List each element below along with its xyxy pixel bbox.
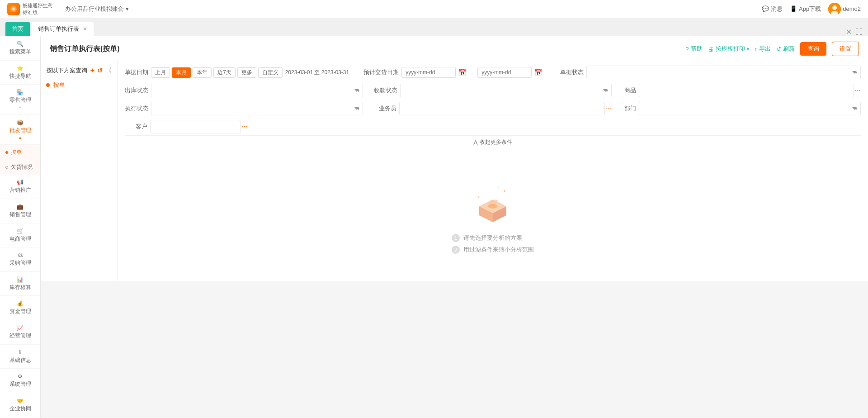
- ecommerce-icon: 🛒: [17, 228, 24, 234]
- retail-icon: 🏪: [17, 89, 24, 95]
- refresh-scheme-button[interactable]: ↺: [97, 67, 103, 74]
- sidebar-item-system[interactable]: ⚙ 系统管理: [0, 369, 40, 393]
- custom-btn[interactable]: 自定义: [258, 67, 283, 78]
- salesperson-dots-icon[interactable]: ···: [606, 104, 612, 113]
- close-tab-icon[interactable]: ✕: [83, 26, 87, 32]
- print-chevron-icon: ▾: [747, 47, 749, 52]
- settings-button[interactable]: 设置: [832, 42, 859, 56]
- empty-hint-1: 1 请先选择要分析的方案: [452, 234, 534, 242]
- filter-row-4: 客户 ···: [125, 120, 861, 133]
- operations-icon: 📈: [17, 325, 24, 331]
- hint-number-1: 1: [452, 234, 460, 242]
- tab-home[interactable]: 首页: [5, 22, 30, 36]
- filter-row-2: 出库状态 ▾ 收款状态 ▾: [125, 84, 861, 97]
- department-wrapper: ▾: [639, 102, 861, 115]
- scheme-item-press-order[interactable]: 按单: [41, 77, 117, 93]
- top-header: 畅捷通好生意 标准版 办公用品行业模拟账套 ▾ 💬 消息 📱 App下载: [0, 0, 868, 18]
- sidebar-item-quick-nav[interactable]: ⭐ 快捷导航: [0, 61, 40, 85]
- order-status-filter: 单据状态 ▾: [557, 66, 861, 79]
- content-area: 销售订单执行表(按单) ? 帮助 🖨 按模板打印 ▾ ↑ 导出 ↺ 刷新: [41, 36, 868, 418]
- predict-date-end-input[interactable]: [477, 67, 532, 78]
- account-selector[interactable]: 办公用品行业模拟账套 ▾: [65, 5, 129, 13]
- filter-row-1: 单据日期 上月 本月 本年 近7天 更多 自定义 2023-03-01 至 20…: [125, 66, 861, 79]
- close-window-icon[interactable]: ✕: [846, 28, 852, 36]
- wholesale-submenu: 按单 欠货情况: [0, 145, 40, 175]
- maximize-window-icon[interactable]: ⛶: [855, 28, 863, 36]
- goods-dots-icon[interactable]: ···: [855, 86, 861, 95]
- sidebar-item-operations[interactable]: 📈 经营管理: [0, 320, 40, 345]
- delivery-status-input[interactable]: [151, 84, 363, 97]
- tab-sales-order[interactable]: 销售订单执行表 ✕: [32, 22, 94, 36]
- sidebar-item-enterprise[interactable]: 🤝 企业协同: [0, 393, 40, 418]
- page-actions: ? 帮助 🖨 按模板打印 ▾ ↑ 导出 ↺ 刷新 查询: [685, 42, 859, 56]
- more-btn[interactable]: 更多: [237, 67, 256, 78]
- department-filter: 部门 ▾: [623, 102, 861, 115]
- order-status-input[interactable]: [586, 66, 861, 79]
- help-button[interactable]: ? 帮助: [685, 45, 702, 53]
- payment-status-input[interactable]: [400, 84, 612, 97]
- exec-status-wrapper: ▾: [151, 102, 363, 115]
- user-profile[interactable]: demo2: [828, 3, 861, 15]
- collapse-scheme-panel-button[interactable]: 《: [105, 66, 112, 75]
- customer-dots-icon[interactable]: ···: [241, 123, 247, 131]
- sidebar-item-sales-mgmt[interactable]: 💼 销售管理: [0, 199, 40, 223]
- customer-input[interactable]: [150, 120, 241, 133]
- avatar: [828, 3, 841, 15]
- this-month-btn[interactable]: 本月: [172, 67, 191, 78]
- star-icon: ⭐: [17, 65, 24, 71]
- app-download-button[interactable]: 📱 App下载: [790, 5, 821, 13]
- page-title: 销售订单执行表(按单): [50, 44, 120, 54]
- export-button[interactable]: ↑ 导出: [755, 45, 771, 53]
- svg-text:✦: ✦: [503, 189, 506, 194]
- predict-date-start-input[interactable]: [401, 67, 456, 78]
- sidebar-subitem-debt[interactable]: 欠货情况: [0, 160, 40, 175]
- sidebar-subitem-press-order[interactable]: 按单: [0, 145, 40, 160]
- last-month-btn[interactable]: 上月: [151, 67, 170, 78]
- order-status-select-wrapper: ▾: [586, 66, 861, 79]
- sidebar-item-marketing[interactable]: 📢 营销推广: [0, 175, 40, 199]
- app-logo: [7, 3, 20, 15]
- chevron-up-icon: ▴: [19, 135, 21, 140]
- chevron-down-icon: ▾: [126, 5, 129, 12]
- message-button[interactable]: 💬 消息: [762, 5, 783, 13]
- predict-calendar-start-icon[interactable]: 📅: [458, 69, 466, 76]
- logo-area: 畅捷通好生意 标准版: [7, 2, 52, 15]
- message-icon: 💬: [762, 5, 769, 12]
- sidebar-item-finance[interactable]: 💰 资金管理: [0, 296, 40, 320]
- refresh-button[interactable]: ↺ 刷新: [776, 45, 795, 53]
- scheme-active-dot: [46, 83, 50, 87]
- svg-text:✦: ✦: [477, 195, 480, 200]
- logo-text: 畅捷通好生意 标准版: [23, 2, 52, 15]
- search-button[interactable]: 查询: [800, 42, 826, 56]
- exec-status-input[interactable]: [151, 102, 363, 115]
- add-scheme-button[interactable]: +: [90, 66, 94, 75]
- tab-bar-actions: ✕ ⛶: [846, 28, 863, 36]
- inactive-dot: [5, 166, 8, 169]
- sidebar-item-wholesale[interactable]: 📦 批发管理 ▴: [0, 115, 40, 145]
- sidebar-item-basic-info[interactable]: ℹ 基础信息: [0, 345, 40, 369]
- gear-icon: ⚙: [18, 373, 23, 380]
- export-icon: ↑: [755, 46, 758, 52]
- department-input[interactable]: [639, 102, 861, 115]
- search-icon: 🔍: [17, 41, 24, 47]
- sidebar-item-retail[interactable]: 🏪 零售管理 ▾: [0, 85, 40, 115]
- info-icon: ℹ: [19, 349, 21, 356]
- sales-icon: 💼: [17, 204, 24, 210]
- sidebar-item-search[interactable]: 🔍 搜索菜单: [0, 36, 40, 61]
- predict-calendar-end-icon[interactable]: 📅: [534, 69, 542, 76]
- customer-filter: 客户 ···: [125, 120, 247, 133]
- salesperson-input[interactable]: [399, 102, 605, 115]
- sidebar-item-ecommerce[interactable]: 🛒 电商管理: [0, 223, 40, 248]
- enterprise-icon: 🤝: [17, 398, 24, 404]
- this-year-btn[interactable]: 本年: [193, 67, 212, 78]
- goods-input[interactable]: [639, 84, 854, 97]
- template-print-button[interactable]: 🖨 按模板打印 ▾: [708, 45, 749, 53]
- empty-illustration: ✦ ✦ ✦: [470, 181, 515, 227]
- two-panel: 按以下方案查询 + ↺ 《 按单: [41, 60, 868, 281]
- marketing-icon: 📢: [17, 179, 24, 185]
- last-7-days-btn[interactable]: 近7天: [213, 67, 236, 78]
- sidebar: 🔍 搜索菜单 ⭐ 快捷导航 🏪 零售管理 ▾ 📦 批发管理 ▴ 按单 欠货情况: [0, 36, 41, 418]
- sidebar-item-inventory[interactable]: 📊 库存核算: [0, 272, 40, 296]
- collapse-filter-button[interactable]: ⋀ 收起更多条件: [125, 135, 861, 149]
- sidebar-item-purchase[interactable]: 🛍 采购管理: [0, 247, 40, 272]
